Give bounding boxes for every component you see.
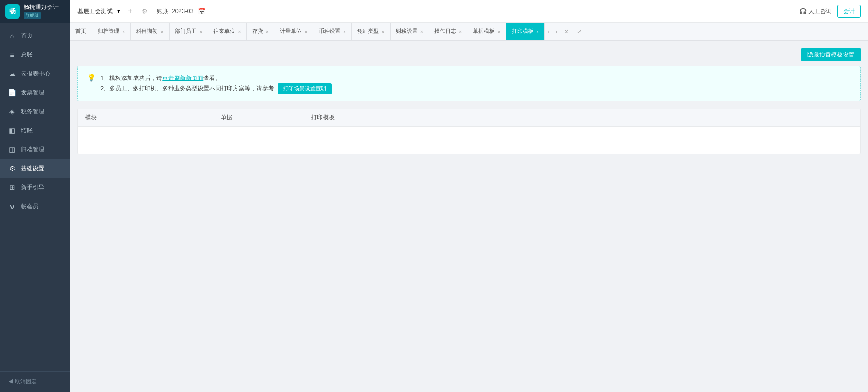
sidebar-nav: ⌂ 首页 ≡ 总账 ☁ 云报表中心 📄 发票管理 ◈ 税务管理 ◧ 结账 ◫ 归… [0,23,70,371]
tabbar: 首页 归档管理 × 科目期初 × 部门员工 × 往来单位 × 存货 × 计量单位… [70,23,868,41]
print-guide-button[interactable]: 打印场景设置宣明 [278,83,332,94]
tab-unit[interactable]: 计量单位 × [274,23,313,40]
sidebar-item-label: 结账 [21,127,33,135]
sidebar: 畅 畅捷通好会计 旗舰版 ⌂ 首页 ≡ 总账 ☁ 云报表中心 📄 发票管理 ◈ … [0,0,70,392]
logo-name: 畅捷通好会计 [24,4,59,11]
tab-archive-close[interactable]: × [122,29,125,34]
sidebar-item-tax[interactable]: ◈ 税务管理 [0,102,70,121]
sidebar-logo: 畅 畅捷通好会计 旗舰版 [0,0,70,23]
notice-line2-pre: 2、多员工、多打印机、多种业务类型设置不同打印方案等，请参考 [100,85,274,92]
main-content: 基层工会测试 ▾ ＋ ⚙ 账期 2023-03 📅 🎧 人工咨询 会计 首页 归… [70,0,868,392]
member-icon: V [8,203,16,211]
tab-archive-label: 归档管理 [98,28,119,35]
guide-icon: ⊞ [8,184,16,192]
tab-print-template-close[interactable]: × [536,29,539,34]
print-template-table: 模块 单据 打印模板 [77,109,861,154]
notice-line1-pre: 1、模板添加成功后，请 [100,75,162,81]
col-template-header: 打印模板 [304,113,860,122]
sidebar-item-label: 首页 [21,32,33,40]
tab-subject-label: 科目期初 [136,28,158,35]
sidebar-unpin-button[interactable]: ◀ 取消固定 [0,371,70,392]
settings-gear-icon[interactable]: ⚙ [140,8,150,15]
notice-line1: 1、模板添加成功后，请点击刷新新页面查看。 [100,73,332,83]
tab-currency[interactable]: 币种设置 × [313,23,352,40]
tax-icon: ◈ [8,108,16,116]
tab-partner[interactable]: 往来单位 × [208,23,246,40]
bulb-icon: 💡 [87,73,96,82]
company-name: 基层工会测试 [77,7,113,15]
sidebar-item-reports[interactable]: ☁ 云报表中心 [0,64,70,83]
tab-subject-close[interactable]: × [160,29,163,34]
tab-inventory-label: 存货 [252,28,263,35]
refresh-link[interactable]: 点击刷新新页面 [162,75,203,81]
sidebar-item-guide[interactable]: ⊞ 新手引导 [0,178,70,197]
tab-unit-label: 计量单位 [280,28,302,35]
tab-inventory[interactable]: 存货 × [247,23,274,40]
account-button[interactable]: 会计 [837,5,861,18]
tab-department-close[interactable]: × [199,29,202,34]
settings-icon: ⚙ [8,165,16,173]
col-module-header: 模块 [78,113,213,122]
sidebar-item-label: 税务管理 [21,108,44,116]
table-body [78,127,860,154]
tab-single-doc[interactable]: 单据模板 × [467,23,506,40]
tab-next-arrow[interactable]: › [552,23,560,40]
tab-partner-close[interactable]: × [238,29,241,34]
tab-operation-log-label: 操作日志 [434,28,456,35]
sidebar-item-label: 基础设置 [21,165,44,173]
sidebar-item-archive[interactable]: ◫ 归档管理 [0,140,70,159]
sidebar-item-label: 归档管理 [21,146,44,154]
add-tab-button[interactable]: ＋ [125,6,136,16]
support-label: 人工咨询 [808,7,832,15]
headset-icon: 🎧 [799,8,807,14]
tab-voucher-type-label: 凭证类型 [357,28,379,35]
tab-unit-close[interactable]: × [304,29,307,34]
tab-inventory-close[interactable]: × [266,29,269,34]
calendar-icon[interactable]: 📅 [198,8,206,15]
tab-tax-setting-close[interactable]: × [420,29,423,34]
ledger-icon: ≡ [8,51,16,59]
notice-text: 1、模板添加成功后，请点击刷新新页面查看。 2、多员工、多打印机、多种业务类型设… [100,73,332,94]
unpin-label: ◀ 取消固定 [8,378,37,386]
sidebar-item-label: 发票管理 [21,89,44,97]
col-doc-header: 单据 [213,113,304,122]
tab-single-doc-close[interactable]: × [497,29,500,34]
tab-department[interactable]: 部门员工 × [170,23,208,40]
tab-home-label: 首页 [75,28,86,35]
sidebar-item-invoice[interactable]: 📄 发票管理 [0,83,70,102]
tab-close-all-button[interactable]: ✕ [560,23,573,40]
hide-template-button[interactable]: 隐藏预置模板设置 [801,48,861,61]
tab-operation-log[interactable]: 操作日志 × [429,23,467,40]
tab-department-label: 部门员工 [175,28,197,35]
settle-icon: ◧ [8,127,16,135]
sidebar-item-label: 云报表中心 [21,70,50,78]
company-dropdown-arrow[interactable]: ▾ [117,8,120,14]
sidebar-item-settings[interactable]: ⚙ 基础设置 [0,159,70,178]
logo-text-block: 畅捷通好会计 旗舰版 [24,4,59,19]
tab-operation-log-close[interactable]: × [459,29,462,34]
sidebar-item-home[interactable]: ⌂ 首页 [0,26,70,45]
sidebar-item-label: 新手引导 [21,184,44,192]
tab-voucher-type[interactable]: 凭证类型 × [352,23,390,40]
support-button[interactable]: 🎧 人工咨询 [799,7,832,15]
tab-archive[interactable]: 归档管理 × [92,23,131,40]
tab-expand-button[interactable]: ⤢ [573,23,585,40]
archive-icon: ◫ [8,146,16,154]
tab-partner-label: 往来单位 [213,28,235,35]
invoice-icon: 📄 [8,89,16,97]
tab-prev-arrow[interactable]: ‹ [545,23,552,40]
action-bar: 隐藏预置模板设置 [77,48,861,61]
sidebar-item-settle[interactable]: ◧ 结账 [0,121,70,140]
tab-subject[interactable]: 科目期初 × [131,23,169,40]
sidebar-item-label: 总账 [21,51,33,59]
tab-print-template-label: 打印模板 [512,28,533,35]
tab-voucher-type-close[interactable]: × [382,29,384,34]
tab-currency-label: 币种设置 [319,28,340,35]
tab-currency-close[interactable]: × [343,29,346,34]
sidebar-item-member[interactable]: V 畅会员 [0,197,70,216]
tab-tax-setting[interactable]: 财税设置 × [391,23,429,40]
tab-home[interactable]: 首页 [70,23,92,40]
sidebar-item-ledger[interactable]: ≡ 总账 [0,45,70,64]
notice-box: 💡 1、模板添加成功后，请点击刷新新页面查看。 2、多员工、多打印机、多种业务类… [77,66,861,101]
tab-print-template[interactable]: 打印模板 × [506,23,545,40]
